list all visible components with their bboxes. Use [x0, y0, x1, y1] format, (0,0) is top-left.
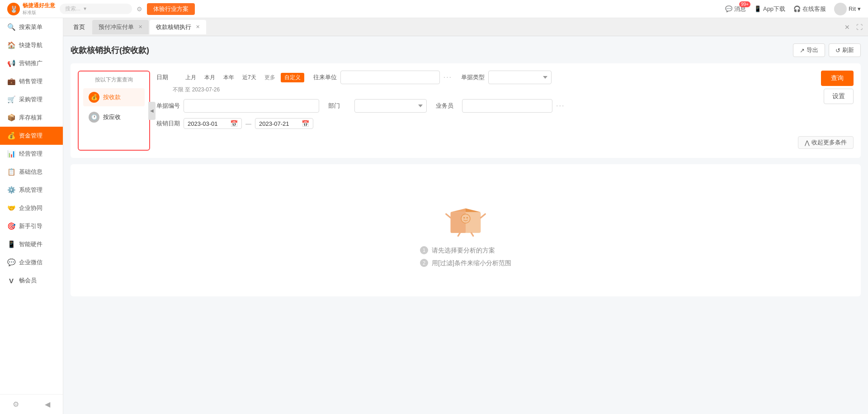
header-search[interactable]: 搜索... ▾ — [60, 4, 132, 14]
refresh-btn[interactable]: ↺ 刷新 — [829, 43, 861, 57]
svg-line-7 — [446, 214, 451, 218]
filter-collapse-btn[interactable]: ◀ — [148, 102, 156, 120]
tab-close-icon[interactable]: ✕ — [196, 24, 200, 30]
industry-solution-btn[interactable]: 体验行业方案 — [147, 3, 195, 15]
dept-label: 部门 — [328, 102, 351, 110]
date-field: 日期 上月 本月 本年 近7天 更多 自定义 — [156, 73, 304, 82]
filter-plan-title: 按以下方案查询 — [83, 76, 145, 84]
filter-conditions: 日期 上月 本月 本年 近7天 更多 自定义 — [156, 71, 854, 151]
verify-date-end-input[interactable] — [259, 120, 300, 127]
partner-field: 往来单位 ··· — [313, 71, 452, 84]
marketing-icon: 📢 — [7, 59, 15, 67]
sidebar-label: 快捷导航 — [19, 41, 42, 49]
tab-close-all-icon[interactable]: ✕ — [843, 23, 852, 32]
verify-date-start-wrap: 📅 — [184, 118, 242, 129]
chevron-down-icon: ▾ — [858, 5, 861, 12]
home-icon: 🏠 — [7, 41, 15, 49]
sidebar-item-sales[interactable]: 💼 销售管理 — [0, 72, 63, 90]
date-7days-btn[interactable]: 近7天 — [240, 73, 259, 82]
svg-point-4 — [461, 214, 470, 223]
date-this-month-btn[interactable]: 本月 — [202, 73, 218, 82]
finance-icon: 💰 — [7, 132, 15, 140]
tab-expand-icon[interactable]: ⛶ — [854, 23, 864, 32]
salesperson-input[interactable] — [462, 99, 552, 113]
tab-home[interactable]: 首页 — [67, 20, 91, 34]
filter-option-by-receivable[interactable]: 🕐 按应收 — [83, 108, 145, 126]
system-icon: ⚙️ — [7, 186, 15, 194]
sidebar: 🔍 搜索菜单 🏠 快捷导航 📢 营销推广 💼 销售管理 🛒 采购管理 📦 库存核… — [0, 18, 63, 414]
tab-receipt-label: 收款核销执行 — [156, 23, 191, 31]
tab-receipt[interactable]: 收款核销执行 ✕ — [150, 20, 206, 34]
app-logo: 🐰 畅捷通好生意 标准版 — [7, 2, 55, 16]
sidebar-item-operations[interactable]: 📊 经营管理 — [0, 145, 63, 163]
partner-label: 往来单位 — [313, 73, 337, 81]
sidebar-label: 资金管理 — [19, 132, 42, 140]
online-service-btn[interactable]: 🎧 在线客服 — [793, 5, 826, 13]
sidebar-collapse-btn[interactable]: ◀ — [41, 398, 54, 410]
dept-field: 部门 — [328, 99, 427, 113]
sidebar-item-finance[interactable]: 💰 资金管理 — [0, 127, 63, 145]
filter-option-by-receipt[interactable]: 💰 按收款 — [83, 88, 145, 106]
page-actions: ↗ 导出 ↺ 刷新 — [793, 43, 861, 57]
sidebar-item-vip[interactable]: V 畅会员 — [0, 271, 63, 290]
query-btn[interactable]: 查询 — [821, 71, 854, 86]
purchase-icon: 🛒 — [7, 95, 15, 104]
sidebar-item-purchase[interactable]: 🛒 采购管理 — [0, 90, 63, 109]
collapse-more-label: 收起更多条件 — [811, 138, 847, 147]
refresh-icon: ↺ — [835, 47, 840, 54]
sidebar-item-basic-info[interactable]: 📋 基础信息 — [0, 163, 63, 181]
sidebar-item-wechat[interactable]: 💬 企业微信 — [0, 253, 63, 271]
collapse-more-btn[interactable]: ⋀ 收起更多条件 — [798, 136, 854, 149]
export-btn[interactable]: ↗ 导出 — [793, 43, 825, 57]
header-left: 🐰 畅捷通好生意 标准版 搜索... ▾ ⚙ 体验行业方案 — [7, 2, 195, 16]
svg-point-6 — [467, 217, 468, 219]
partner-input[interactable] — [340, 71, 440, 84]
sidebar-item-system[interactable]: ⚙️ 系统管理 — [0, 181, 63, 199]
empty-hints: 1 请先选择要分析的方案 2 用[过滤]条件来缩小分析范围 — [420, 244, 511, 269]
header-right: 💬 消息 99+ 📱 App下载 🎧 在线客服 Rit ▾ — [725, 3, 861, 15]
calendar-start-icon[interactable]: 📅 — [230, 120, 238, 127]
filter-option-label: 按应收 — [103, 113, 121, 121]
calendar-end-icon[interactable]: 📅 — [302, 120, 309, 127]
sidebar-label: 库存核算 — [19, 114, 42, 122]
sidebar-item-enterprise[interactable]: 🤝 企业协同 — [0, 199, 63, 217]
sidebar-label: 智能硬件 — [19, 240, 42, 248]
guide-icon: 🎯 — [7, 222, 15, 230]
sidebar-item-inventory[interactable]: 📦 库存核算 — [0, 109, 63, 127]
date-prev-month-btn[interactable]: 上月 — [183, 73, 199, 82]
date-this-year-btn[interactable]: 本年 — [221, 73, 237, 82]
partner-more-icon[interactable]: ··· — [443, 73, 452, 81]
app-download-btn[interactable]: 📱 App下载 — [754, 5, 785, 13]
page-content: 收款核销执行(按收款) ↗ 导出 ↺ 刷新 按以下方案查询 — [63, 36, 868, 414]
filter-row-2: 单据编号 部门 业务员 — [156, 99, 814, 113]
sidebar-footer: ⚙ ◀ — [0, 394, 63, 414]
tab-close-icon[interactable]: ✕ — [138, 24, 142, 30]
user-menu[interactable]: Rit ▾ — [834, 3, 861, 15]
chevron-down-icon: ▾ — [84, 5, 86, 12]
sidebar-item-search-menu[interactable]: 🔍 搜索菜单 — [0, 18, 63, 36]
sidebar-label: 搜索菜单 — [19, 23, 42, 31]
salesperson-more-icon[interactable]: ··· — [556, 102, 565, 110]
verify-date-start-input[interactable] — [188, 120, 228, 127]
verify-date-field: 核销日期 📅 — 📅 — [156, 118, 313, 129]
sidebar-item-smart-hw[interactable]: 📱 智能硬件 — [0, 235, 63, 253]
date-to-text: 2023-07-26 — [192, 86, 220, 93]
date-custom-btn[interactable]: 自定义 — [281, 73, 304, 82]
message-btn[interactable]: 💬 消息 99+ — [725, 5, 746, 13]
download-icon: 📱 — [754, 5, 761, 12]
gear-icon[interactable]: ⚙ — [137, 5, 142, 13]
doc-type-select[interactable] — [488, 71, 552, 84]
sidebar-settings-btn[interactable]: ⚙ — [9, 398, 23, 410]
sidebar-item-guide[interactable]: 🎯 新手引导 — [0, 217, 63, 235]
query-actions: 查询 设置 — [821, 71, 854, 104]
tab-prepay[interactable]: 预付冲应付单 ✕ — [92, 20, 149, 34]
search-icon: 🔍 — [7, 23, 15, 31]
sidebar-item-marketing[interactable]: 📢 营销推广 — [0, 54, 63, 72]
sidebar-label: 系统管理 — [19, 186, 42, 194]
settings-btn[interactable]: 设置 — [824, 89, 854, 104]
date-more-btn[interactable]: 更多 — [262, 73, 278, 82]
doc-no-input[interactable] — [184, 99, 319, 113]
sidebar-label: 销售管理 — [19, 77, 42, 86]
sidebar-item-quick-nav[interactable]: 🏠 快捷导航 — [0, 36, 63, 54]
dept-select[interactable] — [354, 99, 427, 113]
